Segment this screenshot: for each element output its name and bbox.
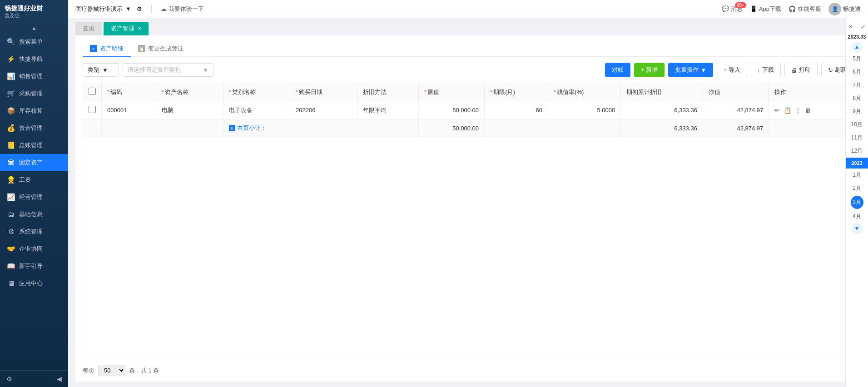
delete-icon[interactable]: 🗑 [805, 107, 811, 114]
tab-首页[interactable]: 首页 [75, 22, 102, 35]
sidebar-item-采购管理[interactable]: 🛒采购管理 [0, 85, 68, 102]
sub-tab-资产明细[interactable]: ≡资产明细 [83, 41, 131, 57]
per-page-select[interactable]: 50 100 [98, 365, 125, 376]
sidebar-item-库存核算[interactable]: 📦库存核算 [0, 102, 68, 119]
app-download-label: App下载 [759, 5, 781, 13]
table-header-row: *编码 *资产名称 *类别名称 *购买日期 折旧方法 *原值 *期限(月) *残… [83, 83, 853, 101]
month-item[interactable]: 6月 [846, 65, 868, 79]
td-action: ✏ 📋 ⋮ 🗑 [769, 101, 853, 119]
copy-icon[interactable]: 📋 [784, 107, 791, 114]
nav-icon: 🏛 [6, 159, 15, 166]
sidebar-item-应用中心[interactable]: 🖥应用中心 [0, 275, 68, 292]
month-item[interactable]: 2月 [846, 182, 868, 195]
panel-up-button[interactable]: ▲ [852, 41, 863, 52]
th-code: *编码 [102, 83, 156, 101]
subtotal-original-value: 50,000.00 [418, 119, 484, 137]
sidebar-item-基础信息[interactable]: 🗂基础信息 [0, 206, 68, 223]
sidebar-item-销售管理[interactable]: 📊销售管理 [0, 68, 68, 85]
sidebar-scroll-up[interactable]: ▲ [0, 23, 68, 33]
online-service-label: 在线客服 [798, 5, 821, 13]
category-filter[interactable]: 类别 ▼ [83, 63, 119, 77]
month-item[interactable]: 9月 [846, 105, 868, 118]
month-item[interactable]: 7月 [846, 79, 868, 92]
subtotal-row: ≡ 本页小计： 50,000.00 6,333.36 42,874.97 [83, 119, 853, 137]
sidebar-item-工资[interactable]: 👷工资 [0, 171, 68, 189]
pagination: 每页 50 100 条，共 1 条 [83, 365, 853, 376]
avatar: 👤 [828, 3, 841, 15]
sidebar-item-总账管理[interactable]: 📒总账管理 [0, 137, 68, 154]
per-page-label: 每页 [83, 367, 94, 375]
row-checkbox[interactable] [89, 106, 96, 113]
topbar-right: 💬 消息 99+ 📱 App下载 🎧 在线客服 👤 畅捷通 [722, 3, 861, 15]
td-purchase-date: 202206 [290, 101, 357, 119]
nav-icon: 💰 [6, 124, 15, 132]
sidebar-item-label: 总账管理 [19, 141, 43, 149]
company-selector[interactable]: 医疗器械行业演示 ▼ [75, 5, 131, 13]
th-purchase-date: *购买日期 [290, 83, 357, 101]
month-item[interactable]: 8月 [846, 92, 868, 105]
reconcile-button[interactable]: 对账 [605, 63, 630, 77]
sub-tab-变更生成凭证[interactable]: 📋变更生成凭证 [131, 41, 191, 57]
sidebar-item-label: 企业协同 [19, 245, 43, 253]
category-input[interactable]: 请选择固定资产类别 ▼ [123, 63, 213, 77]
panel-down-button[interactable]: ▼ [852, 223, 863, 234]
user-menu[interactable]: 👤 畅捷通 [828, 3, 861, 15]
th-period: *期限(月) [485, 83, 548, 101]
subtotal-net-value: 42,874.97 [703, 119, 769, 137]
panel-expand-icon[interactable]: ⤢ [861, 24, 865, 30]
sidebar-item-经营管理[interactable]: 📈经营管理 [0, 189, 68, 206]
th-residual-rate: *残值率(%) [548, 83, 620, 101]
select-all-checkbox[interactable] [89, 88, 96, 95]
sidebar-item-搜索菜单[interactable]: 🔍搜索菜单 [0, 33, 68, 50]
nav-icon: 📒 [6, 141, 15, 149]
sidebar-item-label: 系统管理 [19, 228, 43, 236]
settings-icon[interactable]: ⚙ [137, 5, 142, 12]
sidebar-item-资金管理[interactable]: 💰资金管理 [0, 119, 68, 137]
category-dropdown-icon: ▼ [102, 67, 108, 74]
th-action: 操作 [769, 83, 853, 101]
sidebar-item-label: 基础信息 [19, 210, 43, 218]
month-item[interactable]: 12月 [846, 144, 868, 158]
logo-sub: 普及版 [5, 12, 64, 19]
online-service-button[interactable]: 🎧 在线客服 [789, 5, 821, 13]
nav-icon: 📖 [6, 262, 15, 270]
download-icon: 📱 [750, 5, 757, 12]
sidebar-item-企业协同[interactable]: 🤝企业协同 [0, 240, 68, 258]
message-button[interactable]: 💬 消息 99+ [722, 5, 743, 13]
settings-icon[interactable]: ⚙ [6, 375, 12, 382]
month-item[interactable]: 3月 [851, 196, 863, 209]
app-download-button[interactable]: 📱 App下载 [750, 5, 781, 13]
batch-button[interactable]: 批量操作 ▼ [668, 63, 713, 77]
sidebar-item-快捷导航[interactable]: ⚡快捷导航 [0, 50, 68, 68]
new-button[interactable]: + 新增 [634, 63, 665, 77]
subtotal-empty5 [548, 119, 620, 137]
export-button[interactable]: ↑ 导入 [717, 63, 747, 77]
sidebar-item-label: 工资 [19, 176, 31, 184]
message-badge: 99+ [735, 2, 746, 8]
tab-close-icon[interactable]: × [136, 25, 141, 32]
sidebar-item-新手引导[interactable]: 📖新手引导 [0, 258, 68, 275]
month-item[interactable]: 11月 [846, 131, 868, 144]
download-button[interactable]: ↓ 下载 [751, 63, 781, 77]
print-button[interactable]: 🖨 打印 [784, 63, 818, 77]
sidebar-item-系统管理[interactable]: ⚙系统管理 [0, 223, 68, 240]
collapse-icon[interactable]: ◀ [57, 375, 62, 382]
total-label: 条，共 1 条 [129, 367, 159, 375]
more-icon[interactable]: ⋮ [795, 107, 801, 114]
year-marker: 2023 [846, 158, 868, 169]
td-residual-rate: 5.0000 [548, 101, 620, 119]
sidebar-item-label: 搜索菜单 [19, 38, 43, 46]
month-item[interactable]: 5月 [846, 52, 868, 65]
nav-icon: 📦 [6, 107, 15, 115]
tab-资产管理[interactable]: 资产管理 × [104, 22, 149, 35]
sidebar-item-label: 库存核算 [19, 107, 43, 115]
month-item[interactable]: 4月 [846, 210, 868, 223]
td-name: 电脑 [156, 101, 223, 119]
edit-icon[interactable]: ✏ [774, 107, 780, 114]
month-item[interactable]: 10月 [846, 118, 868, 131]
sidebar-item-固定资产[interactable]: 🏛固定资产 [0, 154, 68, 171]
user-name: 畅捷通 [843, 5, 861, 13]
month-item[interactable]: 1月 [846, 169, 868, 182]
panel-close-icon[interactable]: ✕ [848, 24, 853, 30]
topbar-help[interactable]: ☁ 我要体验一下 [161, 5, 204, 13]
